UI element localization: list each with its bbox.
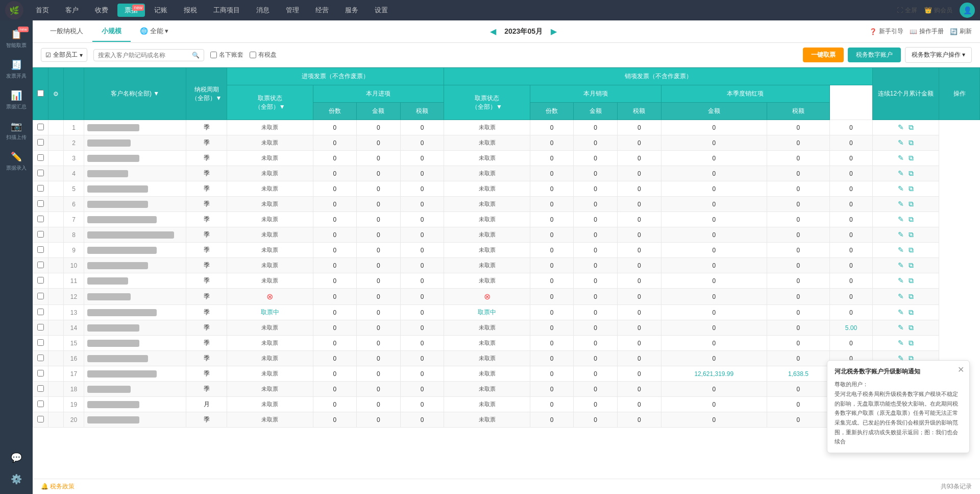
row-checkbox[interactable] (37, 277, 44, 284)
copy-btn[interactable]: ⧉ (907, 184, 915, 193)
search-wrapper[interactable]: 🔍 (93, 49, 204, 61)
copy-btn[interactable]: ⧉ (907, 230, 915, 239)
col-out-status-header[interactable]: 取票状态（全部）▼ (444, 85, 530, 120)
col-period-header[interactable]: 纳税周期（全部）▼ (186, 68, 227, 120)
nav-item-operation[interactable]: 经营 (308, 4, 336, 17)
edit-btn[interactable]: ✎ (896, 230, 905, 239)
row-checkbox[interactable] (37, 355, 44, 361)
nav-item-fee[interactable]: 收费 (88, 4, 115, 17)
edit-btn[interactable]: ✎ (896, 123, 905, 131)
row-checkbox-cell[interactable] (33, 397, 48, 412)
edit-btn[interactable]: ✎ (896, 308, 905, 316)
check-xia-label[interactable]: 名下账套 (210, 51, 243, 59)
select-all-checkbox[interactable] (37, 90, 44, 97)
nav-item-home[interactable]: 首页 (29, 4, 56, 17)
subtab-small[interactable]: 小规模 (92, 21, 131, 42)
row-name[interactable]: ██████████████ (84, 181, 186, 197)
employee-filter[interactable]: ☑ 全部员工 ▾ (41, 48, 87, 62)
copy-btn[interactable]: ⧉ (907, 246, 915, 254)
row-name[interactable]: ████████████ (84, 151, 186, 166)
manual-btn[interactable]: 📖 操作手册 (910, 27, 944, 36)
subtab-all[interactable]: 🌐 全能 ▾ (131, 21, 178, 42)
row-checkbox-cell[interactable] (33, 120, 48, 135)
nav-item-manage[interactable]: 管理 (279, 4, 306, 17)
row-name[interactable]: ████████ (84, 166, 186, 181)
row-checkbox-cell[interactable] (33, 336, 48, 351)
edit-btn[interactable]: ✎ (896, 184, 905, 193)
nav-item-ticket[interactable]: 票据 new (117, 4, 145, 17)
nav-item-business[interactable]: 工商项目 (206, 4, 247, 17)
row-checkbox-cell[interactable] (33, 382, 48, 397)
edit-btn[interactable]: ✎ (896, 200, 905, 208)
copy-btn[interactable]: ⧉ (907, 123, 915, 132)
row-checkbox[interactable] (37, 339, 44, 346)
row-checkbox-cell[interactable] (33, 181, 48, 197)
edit-btn[interactable]: ✎ (896, 323, 905, 332)
row-checkbox[interactable] (37, 246, 44, 253)
copy-btn[interactable]: ⧉ (907, 169, 915, 178)
sidebar-item-ticket-summary[interactable]: 📊 票据汇总 (2, 86, 31, 114)
search-input[interactable] (98, 52, 190, 59)
row-name[interactable]: ██████████████ (84, 197, 186, 212)
member-btn[interactable]: 👑 购会员 (924, 6, 952, 15)
sidebar-item-ticket-entry[interactable]: ✏️ 票据录入 (2, 147, 31, 176)
row-checkbox[interactable] (37, 262, 44, 268)
row-name[interactable]: ████████████ (84, 412, 186, 428)
col-name-header[interactable]: 客户名称(全部) ▼ (84, 68, 186, 120)
row-checkbox[interactable] (37, 139, 44, 146)
row-name[interactable]: ████████████ (84, 397, 186, 412)
nav-item-settings[interactable]: 设置 (368, 4, 395, 17)
edit-btn[interactable]: ✎ (896, 215, 905, 223)
check-xia[interactable] (210, 52, 217, 58)
tax-account-btn[interactable]: 税务数字账户 (848, 48, 901, 62)
check-tax[interactable] (250, 52, 256, 58)
col-in-status-header[interactable]: 取票状态（全部）▼ (227, 85, 313, 120)
row-checkbox-cell[interactable] (33, 289, 48, 305)
row-name[interactable]: ████████████████████ (84, 227, 186, 243)
row-checkbox-cell[interactable] (33, 243, 48, 258)
row-checkbox-cell[interactable] (33, 166, 48, 181)
row-checkbox[interactable] (37, 216, 44, 222)
nav-item-customer[interactable]: 客户 (58, 4, 86, 17)
row-name[interactable]: ████████████████ (84, 366, 186, 382)
new-guide-btn[interactable]: ❓ 新手引导 (869, 27, 903, 36)
copy-btn[interactable]: ⧉ (907, 200, 915, 208)
row-checkbox[interactable] (37, 154, 44, 161)
settings-icon[interactable]: ⚙️ (8, 471, 25, 488)
check-tax-label[interactable]: 有税盘 (250, 51, 277, 59)
row-name[interactable]: ██████████████ (84, 258, 186, 273)
row-checkbox[interactable] (37, 200, 44, 207)
edit-btn[interactable]: ✎ (896, 246, 905, 254)
row-name[interactable]: ██████████████ (84, 351, 186, 366)
nav-item-message[interactable]: 消息 (249, 4, 277, 17)
copy-btn[interactable]: ⧉ (907, 339, 915, 347)
row-checkbox-cell[interactable] (33, 366, 48, 382)
row-checkbox-cell[interactable] (33, 305, 48, 320)
edit-btn[interactable]: ✎ (896, 169, 905, 177)
copy-btn[interactable]: ⧉ (907, 154, 915, 162)
row-checkbox[interactable] (37, 293, 44, 299)
row-name[interactable]: ██████████ (84, 382, 186, 397)
row-checkbox-cell[interactable] (33, 135, 48, 151)
row-checkbox-cell[interactable] (33, 227, 48, 243)
copy-btn[interactable]: ⧉ (907, 323, 915, 332)
row-checkbox[interactable] (37, 416, 44, 422)
row-checkbox-cell[interactable] (33, 320, 48, 336)
copy-btn[interactable]: ⧉ (907, 215, 915, 224)
copy-btn[interactable]: ⧉ (907, 292, 915, 301)
row-checkbox[interactable] (37, 170, 44, 176)
row-name[interactable]: ██████████ (84, 135, 186, 151)
row-checkbox[interactable] (37, 370, 44, 377)
row-checkbox[interactable] (37, 401, 44, 407)
user-avatar[interactable]: 👤 (960, 3, 975, 18)
row-checkbox[interactable] (37, 309, 44, 315)
row-name[interactable]: ████ (84, 273, 186, 289)
chat-icon[interactable]: 💬 (8, 449, 25, 466)
row-name[interactable]: ██████████ (84, 289, 186, 305)
tax-ops-btn[interactable]: 税务数字账户操作 ▾ (905, 47, 972, 63)
tooltip-close-btn[interactable]: ✕ (958, 365, 964, 374)
row-name[interactable]: ████████████████ (84, 212, 186, 227)
prev-month-btn[interactable]: ◀ (490, 27, 496, 36)
row-name[interactable]: ████████████████ (84, 243, 186, 258)
row-name[interactable]: ████████████████ (84, 305, 186, 320)
